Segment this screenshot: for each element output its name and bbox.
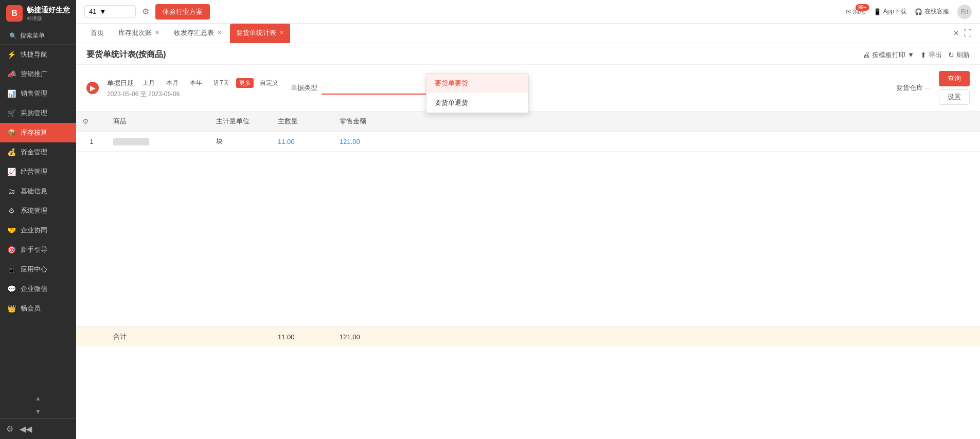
print-dropdown-icon: ▼ — [907, 51, 914, 59]
header-settings-icon[interactable]: ⚙ — [142, 7, 149, 16]
col-header-settings: ⚙ — [76, 112, 107, 132]
date-prev-month-btn[interactable]: 上月 — [138, 77, 159, 89]
filter-buttons: 查询 设置 — [939, 71, 970, 105]
sidebar-item-guide[interactable]: 🎯 新手引导 — [0, 240, 76, 260]
store-selector[interactable]: 41 ▼ — [84, 5, 136, 18]
search-menu-btn[interactable]: 🔍 搜索菜单 — [0, 27, 76, 45]
type-dropdown-popup: 要货单要货 要货单退货 — [426, 73, 529, 113]
sidebar-item-enterprise[interactable]: 🤝 企业协同 — [0, 221, 76, 240]
settings-btn[interactable]: 设置 — [939, 89, 970, 105]
tab-home[interactable]: 首页 — [84, 24, 110, 43]
expand-icon: ▶ — [90, 84, 96, 92]
sidebar-item-basic[interactable]: 🗂 基础信息 — [0, 181, 76, 201]
sidebar-scroll-down[interactable]: ▼ — [34, 407, 42, 416]
tab-close-receive-summary[interactable]: ✕ — [217, 29, 222, 36]
nav-icon-member: 👑 — [6, 304, 16, 313]
sidebar-item-sales[interactable]: 📊 销售管理 — [0, 84, 76, 103]
nav-icon-appstore: 📱 — [6, 265, 16, 273]
main-content: 41 ▼ ⚙ 体验行业方案 ✉ 消息 99+ 📱 App下载 🎧 在线客服 Ri… — [76, 0, 980, 439]
app-download-btn[interactable]: 📱 App下载 — [874, 7, 906, 16]
date-quick-btns: 上月 本月 本年 近7天 更多 自定义 — [138, 77, 282, 89]
nav-icon-guide: 🎯 — [6, 246, 16, 254]
type-selector-container: 单据类型 ∧ — [291, 82, 888, 95]
warehouse-label: 要货仓库 — [896, 83, 923, 93]
sidebar-item-finance[interactable]: 💰 资金管理 — [0, 142, 76, 162]
store-number: 41 — [89, 8, 96, 15]
print-btn[interactable]: 🖨 按模板打印 ▼ — [863, 50, 914, 60]
sidebar-settings-btn[interactable]: ⚙ — [6, 424, 13, 434]
table-settings-icon[interactable]: ⚙ — [82, 117, 89, 125]
messages-btn[interactable]: ✉ 消息 99+ — [846, 7, 865, 16]
search-icon: 🔍 — [9, 32, 17, 40]
date-current-month-btn[interactable]: 本月 — [162, 77, 183, 89]
tab-maximize-btn[interactable]: ⛶ — [964, 29, 972, 38]
date-recent-btn[interactable]: 近7天 — [209, 77, 234, 89]
cell-quantity[interactable]: 11.00 — [272, 132, 333, 152]
nav-icon-sales: 📊 — [6, 89, 16, 98]
messages-icon: ✉ — [846, 8, 851, 15]
tab-close-all-btn[interactable]: ✕ — [953, 28, 959, 38]
trial-btn[interactable]: 体验行业方案 — [155, 4, 210, 20]
tab-inventory-batch[interactable]: 库存批次账 ✕ — [112, 24, 166, 43]
data-table: ⚙ 商品 主计量单位 主数量 零售金额 1 — [76, 112, 980, 152]
type-label: 单据类型 — [291, 83, 317, 93]
date-custom-btn[interactable]: 自定义 — [256, 78, 282, 88]
footer-quantity: 11.00 — [272, 333, 333, 341]
page-header: 要货单统计表(按商品) 🖨 按模板打印 ▼ ⬆ 导出 ↻ 刷新 — [76, 43, 980, 65]
print-icon: 🖨 — [863, 51, 870, 59]
user-avatar[interactable]: Rit — [957, 5, 972, 19]
nav-icon-wechat: 💬 — [6, 285, 16, 293]
cell-amount[interactable]: 121.00 — [333, 132, 395, 152]
sidebar-item-appstore[interactable]: 📱 应用中心 — [0, 260, 76, 279]
nav-icon-inventory: 📦 — [6, 129, 16, 137]
sidebar-item-marketing[interactable]: 📣 营销推广 — [0, 64, 76, 84]
dropdown-option-order-return[interactable]: 要货单退货 — [426, 93, 528, 113]
query-btn[interactable]: 查询 — [939, 71, 970, 86]
export-btn[interactable]: ⬆ 导出 — [920, 50, 942, 60]
cell-extra — [395, 132, 980, 152]
refresh-btn[interactable]: ↻ 刷新 — [948, 50, 970, 60]
sidebar-item-wechat[interactable]: 💬 企业微信 — [0, 279, 76, 299]
sidebar: B 畅捷通好生意 标准版 🔍 搜索菜单 ⚡ 快捷导航 📣 营销推广 📊 销售管理… — [0, 0, 76, 439]
export-icon: ⬆ — [920, 51, 926, 59]
footer-total: 合计 11.00 121.00 — [76, 326, 980, 346]
sidebar-item-purchase[interactable]: 🛒 采购管理 — [0, 103, 76, 123]
sidebar-scroll-up[interactable]: ▲ — [34, 394, 42, 403]
footer-amount: 121.00 — [333, 333, 395, 341]
nav-icon-system: ⚙ — [6, 207, 16, 215]
nav-icon-enterprise: 🤝 — [6, 226, 16, 234]
filter-date-group: 单据日期 上月 本月 本年 近7天 更多 自定义 2023-05-06 至 20… — [107, 77, 282, 99]
store-dropdown-icon: ▼ — [99, 8, 106, 15]
tab-close-order-summary[interactable]: ✕ — [279, 29, 284, 36]
date-current-year-btn[interactable]: 本年 — [185, 77, 207, 89]
nav-icon-basic: 🗂 — [6, 187, 16, 195]
date-more-btn[interactable]: 更多 — [236, 78, 254, 88]
sidebar-item-system[interactable]: ⚙ 系统管理 — [0, 201, 76, 221]
sidebar-item-member[interactable]: 👑 畅会员 — [0, 299, 76, 318]
sidebar-item-operations[interactable]: 📈 经营管理 — [0, 162, 76, 181]
top-header: 41 ▼ ⚙ 体验行业方案 ✉ 消息 99+ 📱 App下载 🎧 在线客服 Ri… — [76, 0, 980, 24]
nav-icon-quick: ⚡ — [6, 50, 16, 59]
sidebar-item-quick-nav[interactable]: ⚡ 快捷导航 — [0, 45, 76, 64]
col-header-amount: 零售金额 — [333, 112, 395, 132]
nav-icon-finance: 💰 — [6, 148, 16, 156]
warehouse-more-icon[interactable]: ··· — [925, 84, 931, 92]
nav-icon-operations: 📈 — [6, 168, 16, 176]
header-left: 41 ▼ ⚙ 体验行业方案 — [84, 4, 210, 20]
table-container: ⚙ 商品 主计量单位 主数量 零售金额 1 — [76, 112, 980, 152]
sidebar-collapse-btn[interactable]: ◀◀ — [20, 424, 32, 434]
tab-receive-summary[interactable]: 收发存汇总表 ✕ — [168, 24, 228, 43]
sidebar-item-inventory[interactable]: 📦 库存核算 — [0, 123, 76, 142]
tabs-bar: 首页 库存批次账 ✕ 收发存汇总表 ✕ 要货单统计表 ✕ ✕ ⛶ — [76, 24, 980, 43]
col-header-product: 商品 — [107, 112, 210, 132]
page-content: 要货单统计表(按商品) 🖨 按模板打印 ▼ ⬆ 导出 ↻ 刷新 — [76, 43, 980, 439]
sidebar-nav: ⚡ 快捷导航 📣 营销推广 📊 销售管理 🛒 采购管理 📦 库存核算 💰 资金管… — [0, 45, 76, 392]
logo-icon: B — [6, 5, 23, 22]
tab-close-inventory-batch[interactable]: ✕ — [155, 29, 159, 36]
online-service-btn[interactable]: 🎧 在线客服 — [915, 7, 949, 16]
table-row: 1 块 11.00 121.00 — [76, 132, 980, 152]
tab-order-summary[interactable]: 要货单统计表 ✕ — [230, 24, 290, 43]
refresh-icon: ↻ — [948, 51, 954, 59]
filter-expand-btn[interactable]: ▶ — [86, 82, 99, 94]
dropdown-option-order-goods[interactable]: 要货单要货 — [426, 74, 528, 93]
